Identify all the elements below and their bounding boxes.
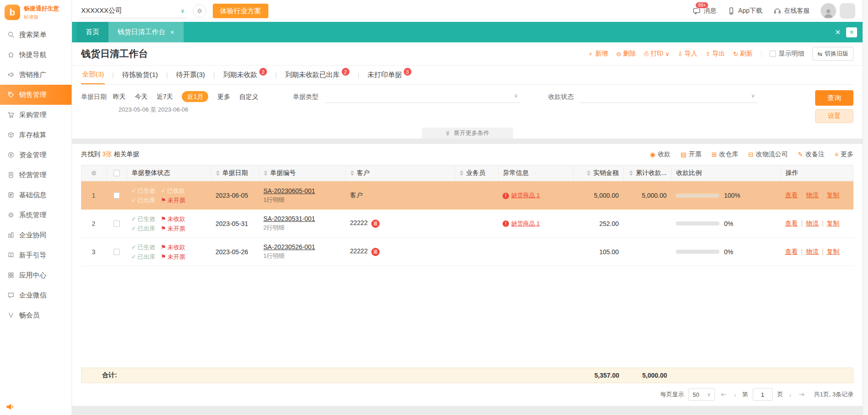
abnormal-link[interactable]: 缺货商品 1 (511, 220, 540, 227)
first-page-button[interactable]: ⇤ (721, 390, 727, 399)
sort-icon[interactable] (350, 170, 354, 176)
next-page-button[interactable]: › (789, 391, 791, 399)
switch-old-version-button[interactable]: ⇆切换旧版 (812, 47, 853, 61)
table-row[interactable]: 1 ✓已生效 ✓已收款 ✓已出库 ⚑未开票 2023-06-05 (81, 181, 853, 210)
sidebar-item-marketing[interactable]: 营销推广 (0, 65, 72, 85)
expand-more-filters[interactable]: ≫ 展开更多条件 (422, 128, 513, 138)
logistics-link[interactable]: 物流 (806, 191, 819, 199)
export-button[interactable]: ⇧导出 (705, 50, 725, 58)
filter-tab-to-pick[interactable]: 待拣验货(1) (121, 66, 159, 84)
column-header-doc-no[interactable]: 单据编号 (259, 165, 346, 181)
last-page-button[interactable]: ⇥ (799, 390, 805, 399)
batch-more-button[interactable]: ≡更多 (835, 150, 853, 159)
sidebar-item-member[interactable]: 畅会员 (0, 305, 72, 325)
date-option-custom[interactable]: 自定义 (239, 93, 258, 100)
org-settings-button[interactable] (193, 4, 206, 18)
sidebar-item-base-info[interactable]: 基础信息 (0, 185, 72, 205)
sidebar-item-quick-nav[interactable]: 快捷导航 (0, 45, 72, 65)
tab-home[interactable]: 首页 (77, 22, 108, 42)
close-all-tabs-icon[interactable]: ✕ (835, 28, 841, 36)
tab-options-button[interactable]: ≡ (846, 27, 857, 37)
sidebar-item-system[interactable]: 系统管理 (0, 205, 72, 225)
doc-number-link[interactable]: SA-20230526-001 (263, 243, 315, 251)
sidebar-item-guide[interactable]: 新手引导 (0, 245, 72, 265)
column-settings-button[interactable] (82, 165, 107, 181)
filter-tab-due-unpaid-shipped[interactable]: 到期未收款已出库2 (284, 66, 350, 84)
table-row[interactable]: 3 ✓已生效 ⚑未收款 ✓已出库 ⚑未开票 2023-05-26 (81, 238, 853, 266)
batch-receive-button[interactable]: ◉收款 (650, 150, 670, 159)
print-button[interactable]: ⎙打印∨ (644, 50, 669, 58)
per-page-select[interactable]: 50 ∨ (688, 388, 715, 401)
experience-plan-button[interactable]: 体验行业方案 (213, 4, 268, 18)
org-avatar[interactable] (840, 3, 855, 19)
filter-tab-all[interactable]: 全部(3) (81, 66, 105, 84)
sidebar-item-funds[interactable]: 资金管理 (0, 145, 72, 165)
sort-icon[interactable] (264, 170, 267, 176)
column-header-amount[interactable]: 实销金额 (574, 165, 624, 181)
sort-icon[interactable] (587, 170, 591, 176)
import-button[interactable]: ⇩导入 (678, 50, 697, 58)
settings-button[interactable]: 设置 (815, 109, 853, 123)
row-checkbox[interactable] (113, 192, 120, 199)
copy-link[interactable]: 复制 (827, 248, 839, 255)
user-avatar[interactable] (821, 3, 836, 19)
sort-icon[interactable] (629, 170, 633, 176)
sort-icon[interactable] (460, 170, 463, 176)
add-button[interactable]: ＋新增 (588, 50, 608, 58)
show-detail-toggle[interactable]: 显示明细 (770, 50, 804, 58)
filter-tab-unprinted[interactable]: 未打印单据3 (367, 66, 412, 84)
scrollbar[interactable] (863, 0, 868, 415)
column-header-date[interactable]: 单据日期 (211, 165, 259, 181)
page-number-input[interactable] (753, 388, 773, 401)
copy-link[interactable]: 复制 (827, 191, 839, 199)
date-option-yesterday[interactable]: 昨天 (113, 93, 126, 100)
sort-icon[interactable] (216, 170, 220, 176)
tab-close-icon[interactable]: ✕ (170, 29, 175, 36)
tab-workbench[interactable]: 钱货日清工作台 ✕ (108, 22, 184, 42)
refresh-button[interactable]: ↻刷新 (733, 50, 753, 58)
show-detail-checkbox[interactable] (770, 51, 776, 57)
online-service-button[interactable]: 在线客服 (773, 7, 810, 15)
sidebar-item-search-menu[interactable]: 搜索菜单 (0, 25, 72, 45)
sidebar-item-purchase[interactable]: 采购管理 (0, 105, 72, 125)
announcement-icon[interactable] (5, 402, 15, 411)
app-download-button[interactable]: App下载 (727, 7, 762, 15)
row-checkbox[interactable] (113, 249, 120, 255)
date-option-7days[interactable]: 近7天 (157, 93, 173, 100)
batch-invoice-button[interactable]: ▤开票 (680, 150, 701, 159)
filter-tab-due-unpaid[interactable]: 到期未收款2 (222, 66, 268, 84)
date-option-more[interactable]: 更多 (217, 93, 230, 100)
column-header-salesman[interactable]: 业务员 (455, 165, 498, 181)
view-link[interactable]: 查看 (785, 248, 798, 255)
batch-change-warehouse-button[interactable]: ⊞改仓库 (712, 150, 739, 159)
copy-link[interactable]: 复制 (827, 220, 839, 227)
sidebar-item-operation[interactable]: 经营管理 (0, 165, 72, 185)
column-header-customer[interactable]: 客户 (346, 165, 455, 181)
sidebar-item-inventory[interactable]: 库存核算 (0, 125, 72, 145)
view-link[interactable]: 查看 (785, 191, 798, 199)
table-row[interactable]: 2 ✓已生效 ⚑未收款 ✓已出库 ⚑未开票 2023-05-31 (81, 210, 853, 238)
doc-type-select[interactable]: ∨ (325, 90, 521, 103)
company-select[interactable]: XXXXXX公司 ∨ (79, 4, 186, 18)
select-all-checkbox[interactable] (113, 170, 120, 176)
doc-number-link[interactable]: SA-20230605-001 (263, 187, 315, 195)
column-header-received[interactable]: 累计收款... (624, 165, 672, 181)
search-button[interactable]: 查询 (815, 90, 853, 106)
sidebar-item-collaboration[interactable]: 企业协同 (0, 225, 72, 245)
delete-button[interactable]: ⊖删除 (616, 50, 636, 58)
sidebar-item-wechat[interactable]: 企业微信 (0, 285, 72, 305)
date-option-today[interactable]: 今天 (135, 93, 148, 100)
date-option-1month[interactable]: 近1月 (182, 91, 208, 102)
doc-number-link[interactable]: SA-20230531-001 (263, 215, 315, 222)
abnormal-link[interactable]: 缺货商品 1 (511, 192, 540, 199)
batch-change-logistics-button[interactable]: ⊟改物流公司 (748, 150, 788, 159)
batch-change-remark-button[interactable]: ✎改备注 (798, 150, 825, 159)
logistics-link[interactable]: 物流 (806, 248, 819, 255)
filter-tab-to-invoice[interactable]: 待开票(3) (175, 66, 206, 84)
sidebar-item-app-center[interactable]: 应用中心 (0, 265, 72, 285)
prev-page-button[interactable]: ‹ (734, 391, 736, 399)
view-link[interactable]: 查看 (785, 220, 798, 227)
sidebar-item-sales[interactable]: 销售管理 (0, 85, 72, 105)
messages-button[interactable]: 99+ 消息 (693, 7, 716, 15)
row-checkbox[interactable] (113, 220, 120, 227)
